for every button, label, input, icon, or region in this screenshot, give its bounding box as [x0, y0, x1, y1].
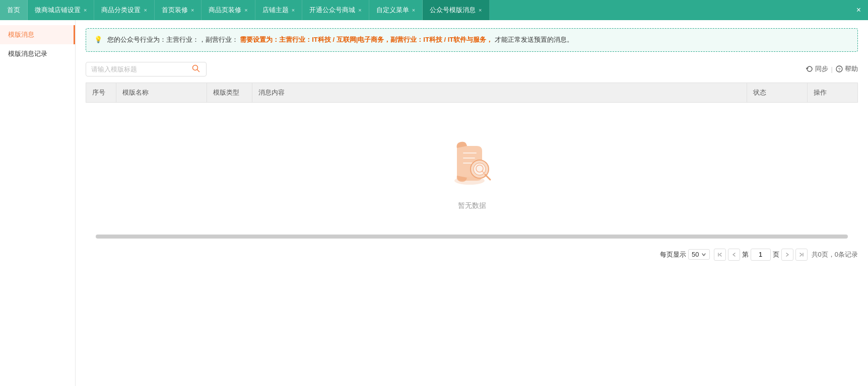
- main-layout: 模版消息模版消息记录 💡 您的公众号行业为：主营行业：，副营行业： 需要设置为：…: [0, 20, 868, 386]
- page-navigation: 第 页: [714, 249, 808, 261]
- data-table: 序号 模版名称 模版类型 消息内容 状态 操作: [86, 83, 858, 230]
- col-header-status: 状态: [747, 83, 808, 102]
- svg-text:?: ?: [838, 67, 840, 72]
- content-area: 💡 您的公众号行业为：主营行业：，副营行业： 需要设置为：主营行业：IT科技 /…: [76, 20, 868, 386]
- next-page-button[interactable]: [781, 249, 793, 261]
- sidebar-item-1[interactable]: 模版消息记录: [0, 44, 75, 63]
- notice-text-before: 您的公众号行业为：主营行业：，副营行业：: [107, 36, 238, 43]
- page-size-value: 50: [692, 251, 699, 258]
- nav-tab-1[interactable]: 微商城店铺设置×: [28, 0, 94, 20]
- close-all-button[interactable]: ×: [849, 6, 868, 15]
- svg-line-10: [485, 175, 490, 180]
- page-label-before: 第: [742, 250, 749, 259]
- notice-text-after: 才能正常发送预置的消息。: [495, 36, 573, 43]
- search-actions: 同步 | ? 帮助: [806, 64, 858, 73]
- next-page-icon: [785, 252, 790, 257]
- empty-state: 暂无数据: [86, 103, 858, 230]
- tab-close-icon[interactable]: ×: [479, 7, 482, 13]
- prev-page-button[interactable]: [728, 249, 740, 261]
- nav-tab-0[interactable]: 首页: [0, 0, 28, 20]
- nav-tab-6[interactable]: 开通公众号商城×: [302, 0, 369, 20]
- tab-close-icon[interactable]: ×: [84, 7, 87, 13]
- notice-box: 💡 您的公众号行业为：主营行业：，副营行业： 需要设置为：主营行业：IT科技 /…: [86, 28, 858, 52]
- sync-label: 同步: [815, 64, 828, 73]
- col-header-seq: 序号: [86, 83, 116, 102]
- nav-tab-2[interactable]: 商品分类设置×: [94, 0, 154, 20]
- empty-text: 暂无数据: [458, 201, 486, 210]
- tab-close-icon[interactable]: ×: [412, 7, 415, 13]
- top-navigation: 首页微商城店铺设置×商品分类设置×首页装修×商品页装修×店铺主题×开通公众号商城…: [0, 0, 868, 20]
- last-page-button[interactable]: [795, 249, 808, 261]
- nav-tab-4[interactable]: 商品页装修×: [202, 0, 255, 20]
- svg-line-1: [197, 69, 199, 71]
- first-page-icon: [717, 252, 722, 257]
- tab-close-icon[interactable]: ×: [191, 7, 194, 13]
- search-bar: 同步 | ? 帮助: [86, 62, 858, 76]
- search-icon[interactable]: [192, 64, 200, 74]
- col-header-name: 模版名称: [116, 83, 207, 102]
- first-page-button[interactable]: [714, 249, 726, 261]
- notice-icon: 💡: [94, 36, 102, 43]
- sync-button[interactable]: 同步: [806, 64, 828, 73]
- page-total: 共0页，0条记录: [812, 250, 858, 259]
- help-button[interactable]: ? 帮助: [836, 64, 858, 73]
- col-header-type: 模版类型: [207, 83, 252, 102]
- nav-tab-7[interactable]: 自定义菜单×: [369, 0, 423, 20]
- chevron-down-icon: [701, 252, 706, 257]
- pagination: 每页显示 50: [86, 243, 858, 263]
- page-size-label: 每页显示: [660, 250, 686, 259]
- prev-page-icon: [731, 252, 737, 257]
- search-input[interactable]: [91, 65, 192, 73]
- page-size-selector: 每页显示 50: [660, 249, 709, 260]
- search-input-wrap[interactable]: [86, 62, 207, 76]
- horizontal-scrollbar[interactable]: [96, 235, 848, 239]
- col-header-action: 操作: [808, 83, 858, 102]
- col-header-content: 消息内容: [252, 83, 747, 102]
- tab-close-icon[interactable]: ×: [292, 7, 295, 13]
- page-label-after: 页: [773, 250, 779, 259]
- divider: |: [831, 65, 833, 73]
- help-label: 帮助: [845, 64, 858, 73]
- nav-tab-5[interactable]: 店铺主题×: [255, 0, 302, 20]
- sidebar: 模版消息模版消息记录: [0, 20, 76, 386]
- tab-close-icon[interactable]: ×: [144, 7, 147, 13]
- empty-illustration: [442, 133, 502, 193]
- page-size-select-box[interactable]: 50: [688, 249, 709, 260]
- tab-close-icon[interactable]: ×: [244, 7, 247, 13]
- notice-highlight: 需要设置为：主营行业：IT科技 / 互联网|电子商务，副营行业：IT科技 / I…: [240, 36, 493, 43]
- sidebar-item-0[interactable]: 模版消息: [0, 25, 75, 44]
- page-number-input[interactable]: [751, 249, 771, 261]
- table-header-row: 序号 模版名称 模版类型 消息内容 状态 操作: [86, 83, 858, 102]
- last-page-icon: [799, 252, 804, 257]
- nav-tab-8[interactable]: 公众号模版消息×: [423, 0, 489, 20]
- tab-close-icon[interactable]: ×: [358, 7, 361, 13]
- empty-row: 暂无数据: [86, 102, 858, 230]
- nav-tab-3[interactable]: 首页装修×: [155, 0, 202, 20]
